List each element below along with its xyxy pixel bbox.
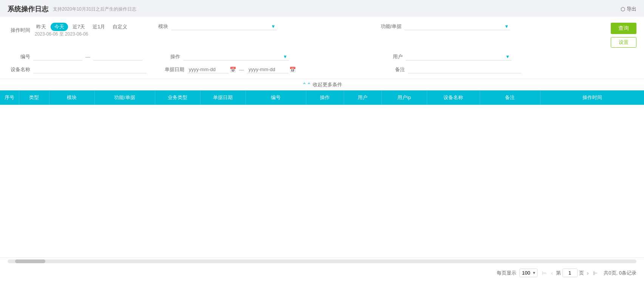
date-label: 单据日期 (162, 66, 184, 73)
page-size-select[interactable]: 100 50 200 (519, 269, 537, 277)
number-input-start[interactable] (33, 53, 82, 61)
horizontal-scrollbar[interactable] (8, 259, 636, 263)
calendar-end-icon[interactable]: 📅 (289, 67, 296, 73)
time-buttons: 昨天 今天 近7天 近1月 自定义 (33, 23, 130, 31)
col-operation: 操作 (306, 90, 344, 105)
next-page-button[interactable]: › (585, 269, 590, 277)
empty-area (0, 105, 644, 233)
page-size-wrapper: 100 50 200 ▼ (519, 269, 537, 277)
collapse-bar: ⌃⌃ 收起更多条件 (0, 79, 644, 90)
total-info: 共0页, 0条记录 (604, 270, 636, 276)
collapse-icon: ⌃⌃ (302, 82, 311, 88)
data-table: 序号 类型 模块 功能/单据 业务类型 单据日期 编号 操作 用户 用户ip 设… (0, 90, 644, 105)
prev-page-button[interactable]: ‹ (550, 269, 554, 277)
filter-actions: 查询 设置 (605, 23, 636, 48)
operation-label: 操作 (158, 53, 180, 60)
pagination: 每页显示 100 50 200 ▼ ⊨ ‹ 第 页 › ⊩ 共0页, 0条记录 (0, 265, 644, 281)
time-options-group: 昨天 今天 近7天 近1月 自定义 2023-06-06 至 2023-06-0… (33, 23, 130, 37)
operation-select[interactable] (183, 53, 289, 61)
remark-label: 备注 (382, 66, 405, 73)
scrollbar-thumb[interactable] (15, 259, 45, 263)
filter-row-1: 操作时间 昨天 今天 近7天 近1月 自定义 2023-06-06 至 2023… (8, 23, 636, 48)
user-select-wrapper: ▼ (406, 53, 511, 61)
first-page-button[interactable]: ⊨ (541, 269, 548, 277)
page-label: 第 (556, 270, 561, 276)
time-label: 操作时间 (8, 27, 30, 34)
remark-input[interactable] (408, 66, 521, 73)
time-btn-today[interactable]: 今天 (51, 23, 68, 31)
filter-section: 操作时间 昨天 今天 近7天 近1月 自定义 2023-06-06 至 2023… (0, 17, 644, 79)
date-start-input[interactable] (187, 66, 229, 73)
user-label: 用户 (380, 53, 403, 60)
time-btn-custom[interactable]: 自定义 (110, 23, 130, 31)
time-filter-col: 操作时间 昨天 今天 近7天 近1月 自定义 2023-06-06 至 2023… (8, 23, 130, 37)
function-label: 功能/单据 (379, 23, 402, 30)
col-date: 单据日期 (200, 90, 246, 105)
function-filter-col: 功能/单据 ▼ (379, 23, 597, 30)
operation-filter-col: 操作 ▼ (158, 53, 365, 61)
per-page-label: 每页显示 (497, 270, 516, 276)
table-header: 序号 类型 模块 功能/单据 业务类型 单据日期 编号 操作 用户 用户ip 设… (0, 90, 644, 105)
col-op-time: 操作时间 (540, 90, 644, 105)
col-number: 编号 (246, 90, 306, 105)
export-icon: ⬡ (621, 6, 625, 12)
date-filter-col: 单据日期 📅 — 📅 (162, 66, 367, 73)
time-btn-yesterday[interactable]: 昨天 (33, 23, 49, 31)
page-title: 系统操作日志 (8, 5, 48, 14)
col-remark: 备注 (480, 90, 540, 105)
page-suffix: 页 (579, 270, 584, 276)
page-header: 系统操作日志 支持2020年10月31日之后产生的操作日志 ⬡ 导出 (0, 0, 644, 17)
time-range-display: 2023-06-06 至 2023-06-06 (35, 31, 130, 37)
function-select-wrapper: ▼ (405, 23, 510, 30)
number-input-end[interactable] (93, 53, 142, 61)
col-biz-type: 业务类型 (155, 90, 200, 105)
last-page-button[interactable]: ⊩ (591, 269, 599, 277)
col-function: 功能/单据 (94, 90, 155, 105)
device-input[interactable] (33, 66, 147, 73)
date-start-wrapper: 📅 (187, 66, 236, 73)
operation-select-wrapper: ▼ (183, 53, 289, 61)
user-select[interactable] (406, 53, 511, 61)
page-number-input[interactable] (562, 269, 578, 277)
pagination-nav: ⊨ ‹ 第 页 › ⊩ (541, 269, 599, 277)
remark-filter-col: 备注 (382, 66, 588, 73)
user-filter-col: 用户 ▼ (380, 53, 587, 61)
col-serial: 序号 (0, 90, 19, 105)
module-select-wrapper: ▼ (171, 23, 277, 30)
time-btn-1month[interactable]: 近1月 (90, 23, 108, 31)
filter-row-2: 编号 — 操作 ▼ 用户 (8, 53, 636, 61)
module-label: 模块 (145, 23, 168, 30)
function-select[interactable] (405, 23, 510, 30)
date-end-input[interactable] (247, 66, 289, 73)
col-type: 类型 (19, 90, 49, 105)
number-label: 编号 (8, 53, 30, 60)
settings-button[interactable]: 设置 (611, 37, 636, 48)
col-module: 模块 (49, 90, 94, 105)
page-container: 系统操作日志 支持2020年10月31日之后产生的操作日志 ⬡ 导出 操作时间 … (0, 0, 644, 281)
col-device: 设备名称 (427, 90, 480, 105)
export-button[interactable]: ⬡ 导出 (621, 6, 636, 12)
device-label: 设备名称 (8, 66, 30, 73)
number-separator: — (85, 54, 90, 60)
export-label: 导出 (627, 6, 636, 12)
time-btn-7days[interactable]: 近7天 (69, 23, 88, 31)
filter-row-3: 设备名称 单据日期 📅 — 📅 备注 (8, 66, 636, 73)
date-separator: — (239, 67, 244, 73)
table-container: 序号 类型 模块 功能/单据 业务类型 单据日期 编号 操作 用户 用户ip 设… (0, 90, 644, 258)
col-user-ip: 用户ip (381, 90, 427, 105)
number-filter-col: 编号 — (8, 53, 142, 61)
module-select[interactable] (171, 23, 277, 30)
table-header-row: 序号 类型 模块 功能/单据 业务类型 单据日期 编号 操作 用户 用户ip 设… (0, 90, 644, 105)
col-user: 用户 (344, 90, 381, 105)
collapse-button[interactable]: ⌃⌃ 收起更多条件 (302, 81, 342, 88)
module-filter-col: 模块 ▼ (145, 23, 364, 30)
page-subtitle: 支持2020年10月31日之后产生的操作日志 (53, 6, 136, 12)
query-button[interactable]: 查询 (611, 23, 636, 34)
collapse-label: 收起更多条件 (313, 81, 342, 88)
scrollbar-area (0, 258, 644, 265)
date-end-wrapper: 📅 (247, 66, 296, 73)
device-filter-col: 设备名称 (8, 66, 147, 73)
calendar-start-icon[interactable]: 📅 (230, 67, 236, 73)
